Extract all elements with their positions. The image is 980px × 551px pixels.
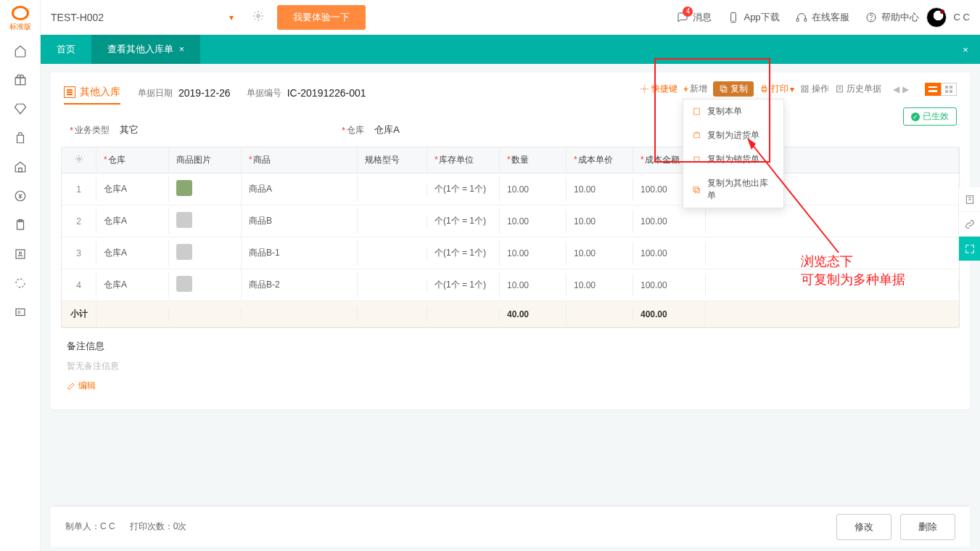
list-view-toggle[interactable] [925,83,941,96]
svg-rect-21 [762,91,765,92]
table-row[interactable]: 2仓库A商品B个(1个 = 1个)10.0010.00100.00 [62,205,959,237]
row-settings-icon[interactable] [62,147,96,173]
nav-bag-icon[interactable] [0,123,41,152]
svg-point-15 [870,19,871,20]
close-all-tabs[interactable]: × [951,35,980,64]
messages-button[interactable]: 消息 4 [677,11,712,24]
dd-copy-sales[interactable]: 复制为销货单 [683,147,783,171]
close-icon[interactable]: × [179,44,184,54]
svg-rect-25 [806,90,808,92]
nav-warehouse-icon[interactable] [0,152,41,181]
tab-detail[interactable]: 查看其他入库单× [91,35,200,64]
message-badge: 4 [683,7,693,17]
nav-new-icon[interactable]: 新 [0,298,41,327]
edit-remark-link[interactable]: 编辑 [67,380,954,392]
svg-rect-19 [762,88,767,91]
doc-type-tab[interactable]: 其他入库 [64,81,120,105]
prev-record[interactable]: ◀ [892,84,901,94]
page-nav: ◀ ▶ [892,84,910,94]
history-button[interactable]: 历史单据 [835,83,881,95]
tab-home[interactable]: 首页 [41,35,91,64]
table-header: *仓库 商品图片 *商品 规格型号 *库存单位 *数量 *成本单价 *成本金额 … [62,147,959,174]
nav-clipboard-icon[interactable] [0,211,41,240]
svg-rect-17 [722,87,727,92]
svg-rect-20 [762,86,765,88]
product-image-icon [176,212,192,228]
items-table: *仓库 商品图片 *商品 规格型号 *库存单位 *数量 *成本单价 *成本金额 … [61,147,960,328]
chevron-down-icon: ▾ [229,12,234,23]
check-icon: ✓ [911,113,920,121]
product-image-icon [176,180,192,196]
tab-bar: 首页 查看其他入库单× × [41,35,980,64]
float-rail [958,187,980,261]
try-button[interactable]: 我要体验一下 [277,5,366,30]
rail-note-icon[interactable] [958,187,980,212]
next-record[interactable]: ▶ [901,84,910,94]
shortcut-button[interactable]: 快捷键 [640,83,678,95]
help-center-button[interactable]: 帮助中心 [865,11,919,24]
settings-icon[interactable] [252,10,264,24]
no-label: 单据编号 [247,87,281,99]
nav-money-icon[interactable] [0,181,41,211]
nav-home-icon[interactable] [0,36,41,65]
product-image-icon [176,244,192,260]
svg-rect-22 [802,86,804,88]
date-value: 2019-12-26 [178,87,231,99]
card-view-toggle[interactable] [941,83,957,96]
svg-point-16 [643,88,646,90]
online-service-button[interactable]: 在线客服 [796,11,849,24]
svg-rect-29 [694,108,700,115]
logo: 标准版 [7,6,33,32]
remark-empty: 暂无备注信息 [67,360,954,372]
operate-button[interactable]: 操作 [800,83,829,95]
subtotal-row: 小计 40.00 400.00 [62,301,959,327]
product-image-icon [176,276,192,292]
date-label: 单据日期 [138,87,173,99]
panel-action-bar: 快捷键 +新增 复制 打印▾ 操作 [640,81,957,97]
user-avatar[interactable]: C C [926,7,970,28]
print-count-info: 打印次数：0次 [130,521,187,533]
footer-bar: 制单人：C C 打印次数：0次 修改 删除 [51,506,970,547]
document-panel: 其他入库 单据日期 2019-12-26 单据编号 IC-20191226-00… [51,73,970,409]
svg-rect-18 [720,86,725,91]
modify-button[interactable]: 修改 [836,514,892,540]
nav-diamond-icon[interactable] [0,94,41,123]
top-header: TEST-H002 ▾ 我要体验一下 消息 4 App下载 在线客服 帮助中心 [41,0,980,35]
svg-point-9 [257,15,260,17]
svg-rect-31 [695,188,699,192]
left-sidebar: 标准版 新 [0,0,41,551]
content-area: 其他入库 单据日期 2019-12-26 单据编号 IC-20191226-00… [41,64,980,551]
app-download-button[interactable]: App下载 [728,11,779,24]
biz-type-field: *业务类型 其它 [70,123,139,136]
status-badge: ✓已生效 [903,107,957,126]
svg-rect-30 [694,133,700,138]
svg-rect-12 [796,18,799,21]
remark-title: 备注信息 [67,340,954,353]
print-button[interactable]: 打印▾ [759,83,794,95]
copy-dropdown-menu: 复制本单 复制为进货单 复制为销货单 复制为其他出库单 [683,99,784,208]
svg-rect-24 [802,90,804,92]
svg-rect-1 [18,168,22,172]
rail-link-icon[interactable] [958,212,980,237]
copy-button[interactable]: 复制 [713,81,754,97]
svg-rect-23 [806,86,808,88]
svg-rect-26 [837,86,843,92]
add-button[interactable]: +新增 [683,83,707,95]
user-name: C C [954,12,970,23]
table-row[interactable]: 1仓库A商品A个(1个 = 1个)10.0010.00100.00 [62,174,959,205]
svg-rect-13 [804,18,807,21]
delete-button[interactable]: 删除 [900,514,955,540]
dd-copy-this[interactable]: 复制本单 [683,99,783,123]
nav-sync-icon[interactable] [0,269,41,298]
org-select[interactable]: TEST-H002 ▾ [51,12,239,23]
org-name: TEST-H002 [51,12,104,23]
svg-rect-32 [693,187,698,191]
no-value: IC-20191226-001 [287,87,366,99]
svg-point-6 [19,252,21,254]
nav-contact-icon[interactable] [0,240,41,269]
creator-info: 制单人：C C [65,521,115,533]
dd-copy-other-out[interactable]: 复制为其他出库单 [683,171,783,208]
nav-gift-icon[interactable] [0,65,41,94]
dd-copy-purchase[interactable]: 复制为进货单 [683,123,783,147]
rail-expand-icon[interactable] [958,237,980,261]
